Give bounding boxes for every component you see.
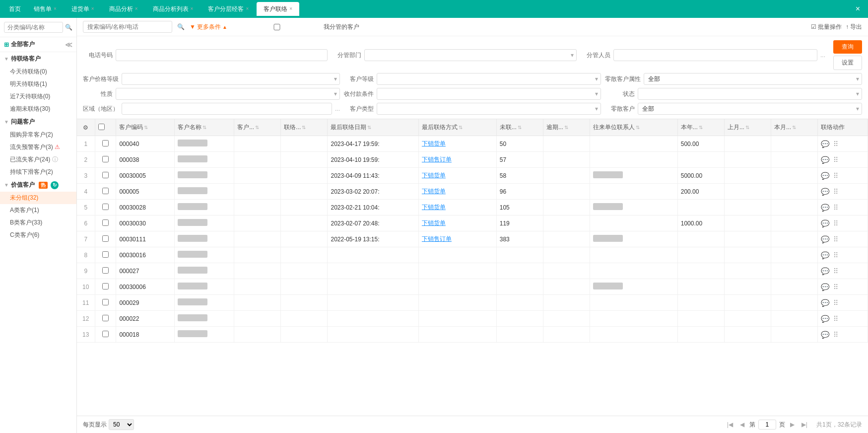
phone-input[interactable] (116, 49, 328, 61)
col-this-year[interactable]: 本年...⇅ (677, 119, 724, 136)
row-checkbox[interactable] (102, 140, 109, 146)
sidebar-item-churn-warning[interactable]: 流失预警客户(3) ⚠ (0, 141, 76, 153)
contact-way-link[interactable]: 下销货单 (418, 136, 496, 152)
close-tab-customer-segmentation[interactable]: × (246, 2, 249, 16)
category-search-input[interactable] (4, 22, 63, 33)
search-input[interactable] (83, 21, 172, 33)
last-page-btn[interactable]: ▶| (800, 420, 809, 429)
batch-operations-btn[interactable]: ☑ 批量操作 (811, 23, 842, 31)
sidebar-all-customers[interactable]: ⊞ 全部客户 ≪ (0, 37, 76, 52)
my-customers-filter[interactable]: 我分管的客户 (232, 23, 359, 31)
row-checkbox[interactable] (102, 315, 109, 321)
sidebar-item-hoarding-abnormal[interactable]: 囤购异常客户(2) (0, 129, 76, 141)
home-tab[interactable]: 首页 (4, 5, 26, 13)
next-page-btn[interactable]: ▶ (788, 420, 797, 429)
apps-icon[interactable]: ⠿ (833, 267, 838, 275)
prev-page-btn[interactable]: ◀ (738, 420, 746, 429)
sidebar-item-churned[interactable]: 已流失客户(24) ⓘ (0, 153, 76, 166)
row-checkbox[interactable] (102, 188, 109, 194)
apps-icon[interactable]: ⠿ (833, 140, 838, 148)
apps-icon[interactable]: ⠿ (833, 235, 838, 243)
comment-icon[interactable]: 💬 (821, 140, 829, 148)
contact-way-link[interactable]: 下销售订单 (418, 152, 496, 168)
contact-way-link[interactable]: 下销货单 (418, 200, 496, 216)
col-code[interactable]: 客户编码⇅ (116, 119, 174, 136)
comment-icon[interactable]: 💬 (821, 188, 829, 196)
apps-icon[interactable]: ⠿ (833, 251, 838, 259)
apps-icon[interactable]: ⠿ (833, 283, 838, 291)
manager-input[interactable] (613, 49, 817, 61)
row-checkbox[interactable] (102, 267, 109, 274)
row-checkbox[interactable] (102, 219, 109, 226)
row-checkbox[interactable] (102, 331, 109, 337)
sidebar-item-overdue-contact[interactable]: 逾期未联络(30) (0, 103, 76, 115)
close-tab-purchase-order[interactable]: × (91, 2, 94, 16)
col-name[interactable]: 客户名称⇅ (174, 119, 234, 136)
export-btn[interactable]: ↑ 导出 (846, 23, 862, 31)
col-no-contact[interactable]: 未联...⇅ (496, 119, 543, 136)
filter-search-icon[interactable]: 🔍 (177, 23, 185, 30)
dept-select[interactable] (364, 49, 576, 61)
contact-way-link[interactable]: 下销货单 (418, 184, 496, 200)
col-contact[interactable]: 联络...⇅ (281, 119, 328, 136)
query-button[interactable]: 查询 (833, 40, 862, 54)
comment-icon[interactable]: 💬 (821, 251, 829, 259)
col-last-contact-date[interactable]: 最后联络日期⇅ (328, 119, 418, 136)
comment-icon[interactable]: 💬 (821, 331, 829, 339)
row-checkbox[interactable] (102, 235, 109, 242)
retail-customer-select[interactable]: 全部 (638, 103, 862, 115)
col-last-month[interactable]: 上月...⇅ (724, 119, 771, 136)
close-tab-product-analysis-list[interactable]: × (191, 2, 194, 16)
price-grade-select[interactable] (122, 73, 340, 85)
sidebar-group-problem-customers[interactable]: ▼ 问题客户 (0, 115, 76, 129)
close-tab-sales-order[interactable]: × (54, 2, 57, 16)
row-checkbox[interactable] (102, 172, 109, 178)
tab-customer-segmentation[interactable]: 客户分层经客 × (201, 2, 256, 16)
first-page-btn[interactable]: |◀ (725, 420, 735, 429)
col-unit-contact[interactable]: 往来单位联系人⇅ (590, 119, 678, 136)
comment-icon[interactable]: 💬 (821, 219, 829, 227)
my-customers-checkbox[interactable] (232, 24, 322, 30)
comment-icon[interactable]: 💬 (821, 299, 829, 307)
manager-more-icon[interactable]: ... (820, 52, 825, 59)
close-tab-product-analysis[interactable]: × (135, 2, 138, 16)
tab-sales-order[interactable]: 销售单 × (27, 2, 64, 16)
customer-type-select[interactable] (377, 103, 601, 115)
sidebar-item-class-b[interactable]: B类客户(33) (0, 216, 76, 229)
col-overdue[interactable]: 逾期...⇅ (543, 119, 590, 136)
per-page-select[interactable]: 50 100 200 (109, 419, 134, 430)
apps-icon[interactable]: ⠿ (833, 156, 838, 164)
sidebar-item-class-a[interactable]: A类客户(1) (0, 204, 76, 216)
more-conditions-btn[interactable]: ▼ 更多条件 ▲ (190, 23, 227, 31)
collapse-sidebar-btn[interactable]: ≪ (65, 41, 72, 49)
comment-icon[interactable]: 💬 (821, 172, 829, 180)
sidebar-item-tomorrow-contact[interactable]: 明天待联络(1) (0, 78, 76, 90)
retail-attr-select[interactable]: 全部 (644, 73, 862, 85)
comment-icon[interactable]: 💬 (821, 204, 829, 212)
payment-select[interactable] (377, 88, 601, 100)
comment-icon[interactable]: 💬 (821, 156, 829, 164)
apps-icon[interactable]: ⠿ (833, 188, 838, 196)
settings-icon[interactable]: ⚙ (83, 124, 88, 131)
row-checkbox[interactable] (102, 156, 109, 162)
row-checkbox[interactable] (102, 299, 109, 305)
apps-icon[interactable]: ⠿ (833, 219, 838, 227)
contact-way-link[interactable]: 下销货单 (418, 168, 496, 184)
sidebar-group-pending-contact[interactable]: ▼ 待联络客户 (0, 52, 76, 66)
apps-icon[interactable]: ⠿ (833, 299, 838, 307)
col-this-month[interactable]: 本月...⇅ (771, 119, 818, 136)
select-all-checkbox[interactable] (98, 124, 105, 130)
status-select[interactable] (638, 88, 862, 100)
sidebar-item-class-c[interactable]: C类客户(6) (0, 229, 76, 241)
page-number-input[interactable] (758, 420, 776, 430)
region-more-icon[interactable]: ... (335, 105, 340, 112)
sidebar-group-value-customers[interactable]: ▼ 价值客户 热 ↻ (0, 178, 76, 192)
apps-icon[interactable]: ⠿ (833, 172, 838, 180)
sidebar-item-ungrouped[interactable]: 未分组(32) (0, 192, 76, 204)
region-input[interactable] (122, 103, 332, 115)
comment-icon[interactable]: 💬 (821, 283, 829, 291)
row-checkbox[interactable] (102, 251, 109, 258)
col-last-contact-way[interactable]: 最后联络方式⇅ (418, 119, 496, 136)
nature-select[interactable] (116, 88, 340, 100)
customer-grade-select[interactable] (377, 73, 601, 85)
